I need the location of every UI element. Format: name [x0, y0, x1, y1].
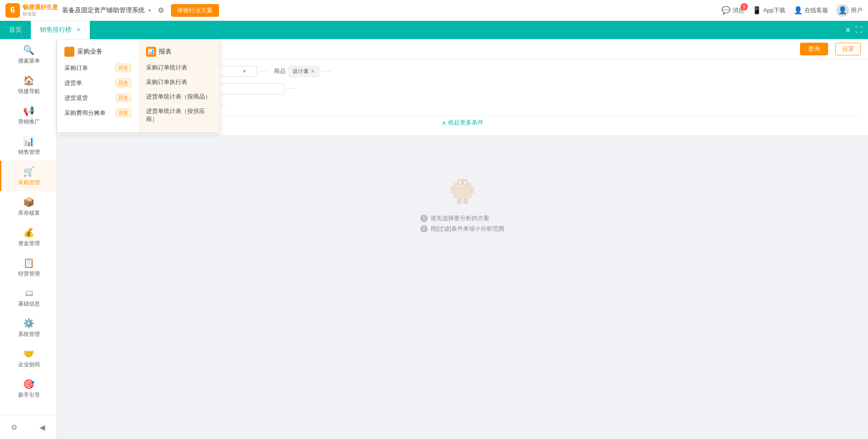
receive-stats-goods-label: 进货单统计表（按商品） — [146, 93, 211, 101]
dropdown-item-receive-stats-supplier[interactable]: 进货单统计表（按供应商） — [139, 104, 220, 127]
purchase-dropdown-menu: 🛒 采购业务 采购订单 历史 进货单 历史 进货退货 历史 采购费用分摊单 历史 — [57, 39, 220, 133]
dropdown-item-purchase-order[interactable]: 采购订单 历史 — [57, 60, 138, 75]
main-layout: 🔍 搜索菜单 🏠 快捷导航 📢 营销推广 📊 销售管理 🛒 采购管理 📦 库存核… — [0, 39, 868, 439]
dropdown-item-receive[interactable]: 进货单 历史 — [57, 75, 138, 90]
expense-history: 历史 — [116, 109, 131, 117]
dropdown-purchase-col: 🛒 采购业务 采购订单 历史 进货单 历史 进货退货 历史 采购费用分摊单 历史 — [57, 39, 139, 132]
dropdown-report-header: 📊 报表 — [139, 45, 220, 60]
purchase-order-label: 采购订单 — [64, 64, 88, 72]
receive-history: 历史 — [116, 79, 131, 87]
report-col-title: 报表 — [159, 48, 171, 56]
order-exec-label: 采购订单执行表 — [146, 78, 187, 86]
order-stats-label: 采购订单统计表 — [146, 64, 187, 72]
purchase-col-title: 采购业务 — [77, 48, 102, 56]
dropdown-purchase-header: 🛒 采购业务 — [57, 45, 138, 60]
dropdown-item-receive-stats-goods[interactable]: 进货单统计表（按商品） — [139, 89, 220, 104]
purchase-order-history: 历史 — [116, 64, 131, 72]
dropdown-report-col: 📊 报表 采购订单统计表 采购订单执行表 进货单统计表（按商品） 进货单统计表（… — [139, 39, 220, 132]
dropdown-item-return[interactable]: 进货退货 历史 — [57, 90, 138, 105]
purchase-col-icon: 🛒 — [64, 47, 74, 57]
dropdown-item-order-exec[interactable]: 采购订单执行表 — [139, 75, 220, 89]
report-col-icon: 📊 — [146, 47, 156, 57]
receive-label: 进货单 — [64, 79, 82, 87]
return-label: 进货退货 — [64, 94, 88, 102]
dropdown-item-expense[interactable]: 采购费用分摊单 历史 — [57, 105, 138, 120]
expense-label: 采购费用分摊单 — [64, 109, 106, 117]
dropdown-item-order-stats[interactable]: 采购订单统计表 — [139, 60, 220, 75]
receive-stats-supplier-label: 进货单统计表（按供应商） — [146, 107, 213, 123]
return-history: 历史 — [116, 94, 131, 102]
